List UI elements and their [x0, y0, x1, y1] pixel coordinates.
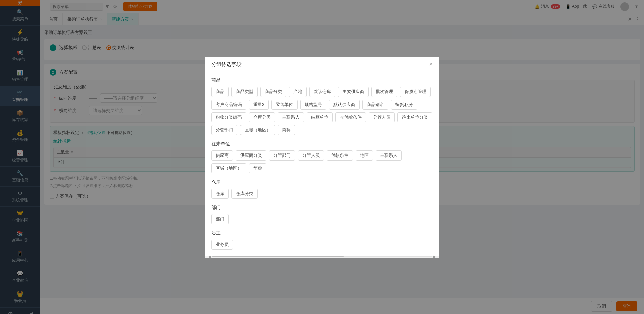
field-tag-1-7[interactable]: 区域（地区） [211, 163, 246, 173]
field-tags-4: 业务员 [211, 240, 433, 250]
field-category-1: 往来单位供应商供应商分类分管部门分管人员付款条件地区主联系人区域（地区）简称 [211, 141, 433, 173]
scroll-thumb [212, 256, 344, 257]
category-title-2: 仓库 [211, 179, 433, 185]
modal-title: 分组待选字段 [211, 61, 241, 68]
modal-horizontal-scrollbar[interactable]: ◀ ▶ [205, 256, 439, 258]
category-title-0: 商品 [211, 77, 433, 83]
field-tag-0-20[interactable]: 分管人员 [369, 112, 395, 122]
field-tag-2-0[interactable]: 仓库 [211, 189, 229, 199]
field-tag-0-14[interactable]: 拣货积分 [391, 100, 417, 110]
field-tag-0-8[interactable]: 客户商品编码 [211, 100, 246, 110]
field-tag-1-1[interactable]: 供应商分类 [236, 150, 266, 161]
scroll-track [212, 256, 432, 257]
field-tag-0-1[interactable]: 商品类型 [231, 87, 258, 97]
field-tag-0-0[interactable]: 商品 [211, 87, 229, 97]
field-tag-0-10[interactable]: 零售单位 [271, 100, 298, 110]
field-tag-0-4[interactable]: 默认仓库 [309, 87, 335, 97]
field-category-0: 商品商品商品类型商品分类产地默认仓库主要供应商批次管理保质期管理客户商品编码重量… [211, 77, 433, 135]
category-title-4: 员工 [211, 230, 433, 236]
field-tags-2: 仓库仓库分类 [211, 189, 433, 199]
category-title-3: 部门 [211, 205, 433, 211]
field-tag-0-17[interactable]: 主联系人 [278, 112, 304, 122]
field-tag-4-0[interactable]: 业务员 [211, 240, 233, 250]
field-category-3: 部门部门 [211, 205, 433, 224]
field-tags-0: 商品商品类型商品分类产地默认仓库主要供应商批次管理保质期管理客户商品编码重量3零… [211, 87, 433, 135]
field-tag-0-22[interactable]: 分管部门 [211, 125, 237, 135]
field-tag-0-7[interactable]: 保质期管理 [400, 87, 431, 97]
modal-body[interactable]: 商品商品商品类型商品分类产地默认仓库主要供应商批次管理保质期管理客户商品编码重量… [205, 72, 439, 256]
field-tag-0-13[interactable]: 商品别名 [362, 100, 388, 110]
field-tag-0-2[interactable]: 商品分类 [260, 87, 286, 97]
modal-overlay: 分组待选字段 × 商品商品商品类型商品分类产地默认仓库主要供应商批次管理保质期管… [0, 0, 644, 314]
field-tag-1-5[interactable]: 地区 [356, 150, 373, 161]
field-tag-3-0[interactable]: 部门 [211, 214, 229, 224]
field-tag-0-9[interactable]: 重量3 [249, 100, 269, 110]
field-tag-0-15[interactable]: 税收分类编码 [211, 112, 246, 122]
field-tag-0-19[interactable]: 收付款条件 [335, 112, 366, 122]
field-tag-0-3[interactable]: 产地 [289, 87, 307, 97]
modal-box: 分组待选字段 × 商品商品商品类型商品分类产地默认仓库主要供应商批次管理保质期管… [205, 57, 439, 258]
scroll-left-arrow[interactable]: ◀ [208, 254, 211, 259]
field-tags-1: 供应商供应商分类分管部门分管人员付款条件地区主联系人区域（地区）简称 [211, 150, 433, 173]
field-tag-0-12[interactable]: 默认供应商 [329, 100, 360, 110]
field-tag-0-18[interactable]: 结算单位 [307, 112, 333, 122]
field-tag-1-4[interactable]: 付款条件 [327, 150, 353, 161]
field-tag-0-23[interactable]: 区域（地区） [240, 125, 275, 135]
field-tag-1-0[interactable]: 供应商 [211, 150, 233, 161]
field-tag-2-1[interactable]: 仓库分类 [231, 189, 258, 199]
field-tag-1-2[interactable]: 分管部门 [269, 150, 295, 161]
category-title-1: 往来单位 [211, 141, 433, 147]
field-tag-0-24[interactable]: 简称 [278, 125, 295, 135]
field-tag-0-5[interactable]: 主要供应商 [338, 87, 369, 97]
field-tag-0-6[interactable]: 批次管理 [371, 87, 397, 97]
field-category-4: 员工业务员 [211, 230, 433, 250]
modal-header: 分组待选字段 × [205, 57, 439, 72]
modal-close-btn[interactable]: × [429, 61, 433, 67]
field-tag-0-16[interactable]: 仓库分类 [249, 112, 275, 122]
field-tags-3: 部门 [211, 214, 433, 224]
field-tag-1-3[interactable]: 分管人员 [298, 150, 324, 161]
field-tag-0-21[interactable]: 往来单位分类 [397, 112, 432, 122]
field-tag-1-6[interactable]: 主联系人 [376, 150, 402, 161]
scroll-right-arrow[interactable]: ▶ [433, 254, 436, 259]
field-category-2: 仓库仓库仓库分类 [211, 179, 433, 199]
field-tag-1-8[interactable]: 简称 [249, 163, 266, 173]
field-tag-0-11[interactable]: 规格型号 [300, 100, 326, 110]
